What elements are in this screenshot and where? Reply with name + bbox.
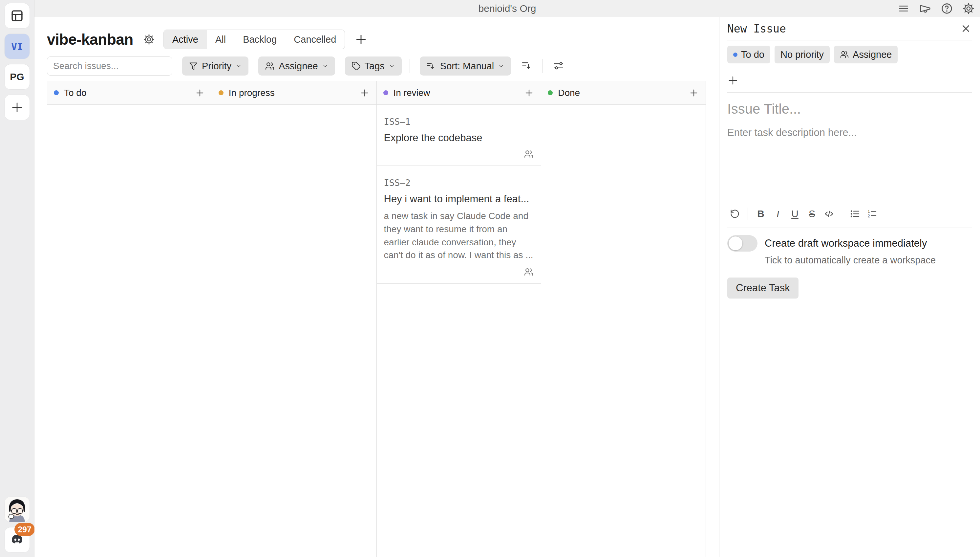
tab-active[interactable]: Active bbox=[164, 30, 207, 49]
column-in-progress: In progress bbox=[212, 81, 377, 557]
sort-button[interactable]: Sort: Manual bbox=[420, 57, 511, 75]
display-options-button[interactable] bbox=[551, 58, 566, 74]
plus-icon bbox=[359, 88, 370, 98]
issue-id: ISS–1 bbox=[384, 117, 534, 127]
sidebar-workspace-vi[interactable]: VI bbox=[5, 34, 29, 59]
sort-lines-icon bbox=[426, 61, 436, 71]
add-card-button[interactable] bbox=[688, 88, 699, 98]
add-view-button[interactable] bbox=[355, 33, 367, 46]
assignee-icon bbox=[524, 149, 534, 159]
draft-workspace-toggle[interactable] bbox=[727, 235, 758, 252]
tab-cancelled[interactable]: Cancelled bbox=[285, 30, 345, 49]
add-card-button[interactable] bbox=[195, 88, 205, 98]
menu-button[interactable] bbox=[897, 2, 910, 15]
code-button[interactable] bbox=[821, 206, 837, 221]
close-icon bbox=[961, 24, 971, 34]
menu-icon bbox=[897, 3, 909, 15]
dashboard-button[interactable] bbox=[5, 3, 29, 28]
issue-title-input[interactable]: Issue Title... bbox=[727, 101, 972, 117]
status-dot bbox=[54, 90, 59, 95]
tags-filter-button[interactable]: Tags bbox=[345, 57, 402, 75]
toggle-hint: Tick to automatically create a workspace bbox=[765, 255, 972, 266]
issue-description-input[interactable]: Enter task description here... bbox=[727, 127, 972, 138]
close-panel-button[interactable] bbox=[960, 22, 972, 35]
numbered-list-button[interactable]: 1 2 bbox=[865, 206, 879, 221]
user-avatar[interactable] bbox=[5, 497, 29, 522]
panel-title: New Issue bbox=[727, 22, 786, 35]
column-header: To do bbox=[47, 81, 212, 105]
assignee-badge[interactable]: Assignee bbox=[834, 46, 897, 64]
panels-top-left-icon bbox=[10, 9, 24, 23]
code-icon bbox=[824, 208, 834, 219]
announcements-button[interactable] bbox=[919, 2, 931, 15]
help-button[interactable] bbox=[941, 2, 953, 15]
chevron-down-icon bbox=[322, 63, 329, 69]
chevron-down-icon bbox=[235, 63, 242, 69]
sidebar-workspace-pg[interactable]: PG bbox=[5, 64, 29, 90]
bullet-list-icon bbox=[850, 208, 860, 219]
add-workspace-button[interactable] bbox=[5, 95, 29, 120]
column-title: In progress bbox=[229, 88, 275, 98]
column-cards bbox=[47, 105, 212, 110]
divider bbox=[727, 92, 972, 93]
settings-button[interactable] bbox=[962, 2, 975, 15]
tab-backlog[interactable]: Backlog bbox=[234, 30, 285, 49]
column-in-review: In review ISS–1 Explore the codebase bbox=[377, 81, 542, 557]
issue-card[interactable]: ISS–2 Hey i want to implement a feat... … bbox=[377, 171, 541, 284]
issue-title: Explore the codebase bbox=[384, 132, 534, 144]
plus-icon bbox=[688, 88, 699, 98]
search-input[interactable] bbox=[47, 57, 172, 75]
toggle-knob bbox=[729, 236, 742, 250]
chevron-down-icon bbox=[498, 63, 505, 69]
workspace-initials: PG bbox=[10, 71, 24, 82]
italic-button[interactable]: I bbox=[770, 206, 785, 221]
app-root: VI PG bbox=[0, 0, 980, 557]
undo-button[interactable] bbox=[727, 206, 742, 221]
add-card-button[interactable] bbox=[524, 88, 534, 98]
assignee-filter-button[interactable]: Assignee bbox=[258, 57, 335, 75]
gear-icon bbox=[143, 34, 155, 45]
help-icon bbox=[941, 2, 953, 15]
assignee-badge-label: Assignee bbox=[853, 49, 892, 60]
filter-toolbar: Priority Assignee Tags bbox=[47, 57, 719, 75]
column-cards bbox=[212, 105, 376, 110]
column-header: In review bbox=[377, 81, 541, 105]
undo-icon bbox=[730, 208, 740, 219]
funnel-icon bbox=[189, 62, 198, 71]
svg-text:2: 2 bbox=[868, 214, 870, 218]
issue-id: ISS–2 bbox=[384, 178, 534, 188]
avatar-illustration-icon bbox=[5, 497, 29, 522]
bold-button[interactable]: B bbox=[753, 206, 768, 221]
status-badge[interactable]: To do bbox=[727, 46, 770, 64]
workspace-initials: VI bbox=[11, 41, 23, 52]
discord-button[interactable]: 297 bbox=[5, 528, 29, 552]
new-issue-panel: New Issue To do No priority Assignee bbox=[719, 17, 980, 557]
create-task-button[interactable]: Create Task bbox=[727, 277, 798, 298]
tab-all[interactable]: All bbox=[207, 30, 234, 49]
strikethrough-button[interactable]: S bbox=[805, 206, 819, 221]
toggle-label: Create draft workspace immediately bbox=[765, 238, 927, 249]
add-card-button[interactable] bbox=[359, 88, 370, 98]
underline-button[interactable]: U bbox=[787, 206, 802, 221]
column-title: Done bbox=[558, 88, 580, 98]
project-settings-button[interactable] bbox=[143, 34, 155, 45]
editor-toolbar: B I U S 1 2 bbox=[727, 200, 972, 228]
plus-icon bbox=[524, 88, 534, 98]
column-cards bbox=[541, 105, 706, 110]
sort-direction-button[interactable] bbox=[519, 58, 535, 74]
status-dot bbox=[219, 90, 224, 95]
main-content: vibe-kanban Active All Backlog Cancelled bbox=[34, 17, 719, 557]
column-todo: To do bbox=[47, 81, 212, 557]
bullet-list-button[interactable] bbox=[847, 206, 863, 221]
priority-filter-button[interactable]: Priority bbox=[182, 57, 248, 75]
status-dot bbox=[733, 52, 737, 57]
top-bar: benioid's Org bbox=[34, 0, 980, 17]
issue-card[interactable]: ISS–1 Explore the codebase bbox=[377, 110, 541, 166]
column-header: In progress bbox=[212, 81, 376, 105]
add-property-button[interactable] bbox=[727, 73, 742, 88]
sort-descending-icon bbox=[521, 60, 532, 72]
status-badge-label: To do bbox=[741, 49, 764, 60]
priority-badge[interactable]: No priority bbox=[774, 46, 830, 64]
project-header: vibe-kanban Active All Backlog Cancelled bbox=[47, 29, 719, 50]
divider bbox=[842, 208, 842, 220]
